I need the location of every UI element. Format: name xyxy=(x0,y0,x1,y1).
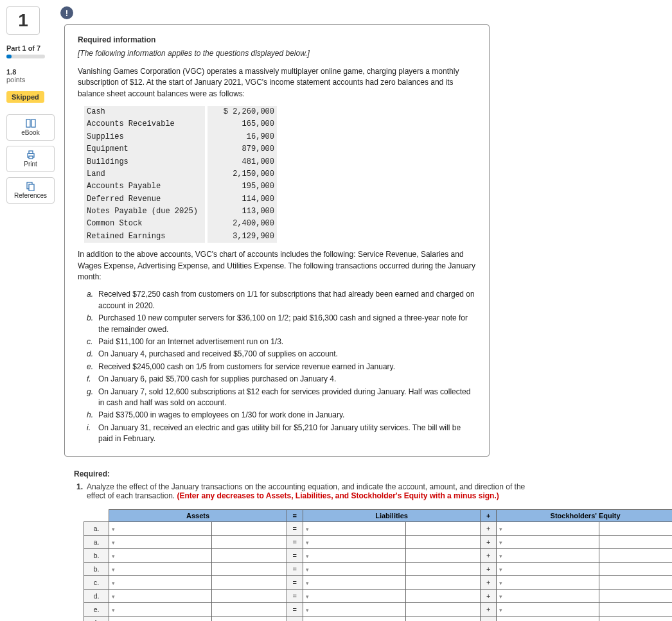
amount-input[interactable] xyxy=(409,604,481,615)
amount-cell[interactable] xyxy=(599,548,672,562)
amount-input[interactable] xyxy=(602,577,672,588)
balance-label: Accounts Payable xyxy=(84,180,205,193)
amount-input[interactable] xyxy=(215,537,287,547)
progress-bar xyxy=(6,55,45,58)
equals-cell: = xyxy=(287,575,303,589)
amount-input[interactable] xyxy=(602,591,672,601)
amount-input[interactable] xyxy=(215,523,287,534)
account-cell[interactable]: ▾ xyxy=(303,562,405,575)
account-cell[interactable]: ▾ xyxy=(497,562,599,575)
amount-cell[interactable] xyxy=(599,589,672,602)
references-label: References xyxy=(14,192,47,199)
amount-cell[interactable] xyxy=(599,535,672,548)
amount-input[interactable] xyxy=(215,618,287,622)
account-cell[interactable]: ▾ xyxy=(109,589,212,602)
txn-text: Received $72,250 cash from customers on … xyxy=(98,289,476,311)
amount-cell[interactable] xyxy=(212,602,287,616)
account-cell[interactable]: ▾ xyxy=(303,548,405,562)
amount-input[interactable] xyxy=(602,618,672,622)
account-cell[interactable]: ▾ xyxy=(303,535,405,548)
amount-cell[interactable] xyxy=(212,521,287,535)
balance-value: 16,900 xyxy=(208,131,277,143)
amount-input[interactable] xyxy=(215,591,287,601)
balance-row: Equipment879,000 xyxy=(84,143,476,155)
txn-letter: d. xyxy=(87,349,98,360)
amount-cell[interactable] xyxy=(599,562,672,575)
account-cell[interactable]: ▾ xyxy=(497,616,599,621)
print-button[interactable]: Print xyxy=(6,146,55,172)
account-cell[interactable]: ▾ xyxy=(109,575,212,589)
amount-cell[interactable] xyxy=(599,616,672,621)
amount-input[interactable] xyxy=(409,591,481,601)
amount-input[interactable] xyxy=(602,550,672,561)
row-letter: f. xyxy=(84,616,109,621)
balance-row: Cash$ 2,260,000 xyxy=(84,106,476,118)
amount-input[interactable] xyxy=(409,523,481,534)
amount-cell[interactable] xyxy=(599,602,672,616)
table-row: a.▾=▾+▾ xyxy=(84,521,673,535)
amount-input[interactable] xyxy=(602,604,672,615)
txn-text: On January 6, paid $5,700 cash for suppl… xyxy=(98,374,476,385)
account-cell[interactable]: ▾ xyxy=(109,535,212,548)
amount-input[interactable] xyxy=(215,550,287,561)
account-cell[interactable]: ▾ xyxy=(497,575,599,589)
amount-cell[interactable] xyxy=(212,562,287,575)
ebook-button[interactable]: eBook xyxy=(6,114,55,141)
amount-input[interactable] xyxy=(409,537,481,547)
account-cell[interactable]: ▾ xyxy=(303,589,405,602)
account-cell[interactable]: ▾ xyxy=(109,548,212,562)
amount-input[interactable] xyxy=(409,550,481,561)
equals-header: = xyxy=(287,509,303,521)
amount-cell[interactable] xyxy=(212,548,287,562)
amount-input[interactable] xyxy=(215,577,287,588)
table-row: b.▾=▾+▾ xyxy=(84,548,673,562)
analysis-table: Assets = Liabilities + Stockholders' Equ… xyxy=(84,509,672,622)
account-cell[interactable]: ▾ xyxy=(303,521,405,535)
balance-label: Retained Earnings xyxy=(84,231,205,243)
amount-input[interactable] xyxy=(409,577,481,588)
account-cell[interactable]: ▾ xyxy=(497,548,599,562)
amount-cell[interactable] xyxy=(405,602,481,616)
account-cell[interactable]: ▾ xyxy=(497,589,599,602)
table-row: f.▾=▾+▾ xyxy=(84,616,673,621)
question-number-badge[interactable]: 1 xyxy=(6,6,40,35)
account-cell[interactable]: ▾ xyxy=(303,602,405,616)
account-cell[interactable]: ▾ xyxy=(497,535,599,548)
amount-input[interactable] xyxy=(602,523,672,534)
amount-input[interactable] xyxy=(409,564,481,574)
amount-cell[interactable] xyxy=(405,616,481,621)
amount-input[interactable] xyxy=(602,564,672,574)
balance-row: Land2,150,000 xyxy=(84,168,476,180)
balance-value: $ 2,260,000 xyxy=(208,106,277,118)
references-button[interactable]: References xyxy=(6,177,55,204)
plus-cell: + xyxy=(481,535,497,548)
amount-cell[interactable] xyxy=(212,575,287,589)
account-cell[interactable]: ▾ xyxy=(497,602,599,616)
account-cell[interactable]: ▾ xyxy=(303,575,405,589)
account-cell[interactable]: ▾ xyxy=(109,562,212,575)
amount-cell[interactable] xyxy=(405,589,481,602)
transaction-item: b.Purchased 10 new computer servers for … xyxy=(87,313,476,335)
amount-cell[interactable] xyxy=(405,562,481,575)
amount-input[interactable] xyxy=(215,604,287,615)
plus-cell: + xyxy=(481,548,497,562)
account-cell[interactable]: ▾ xyxy=(109,616,212,621)
account-cell[interactable]: ▾ xyxy=(303,616,405,621)
amount-cell[interactable] xyxy=(405,535,481,548)
amount-input[interactable] xyxy=(215,564,287,574)
amount-input[interactable] xyxy=(602,537,672,547)
account-cell[interactable]: ▾ xyxy=(109,521,212,535)
balance-table: Cash$ 2,260,000Accounts Receivable165,00… xyxy=(84,106,476,243)
amount-input[interactable] xyxy=(409,618,481,622)
amount-cell[interactable] xyxy=(212,589,287,602)
amount-cell[interactable] xyxy=(212,616,287,621)
amount-cell[interactable] xyxy=(405,521,481,535)
amount-cell[interactable] xyxy=(212,535,287,548)
amount-cell[interactable] xyxy=(599,575,672,589)
amount-cell[interactable] xyxy=(599,521,672,535)
account-cell[interactable]: ▾ xyxy=(109,602,212,616)
required-info-heading: Required information xyxy=(78,35,476,46)
amount-cell[interactable] xyxy=(405,548,481,562)
amount-cell[interactable] xyxy=(405,575,481,589)
account-cell[interactable]: ▾ xyxy=(497,521,599,535)
